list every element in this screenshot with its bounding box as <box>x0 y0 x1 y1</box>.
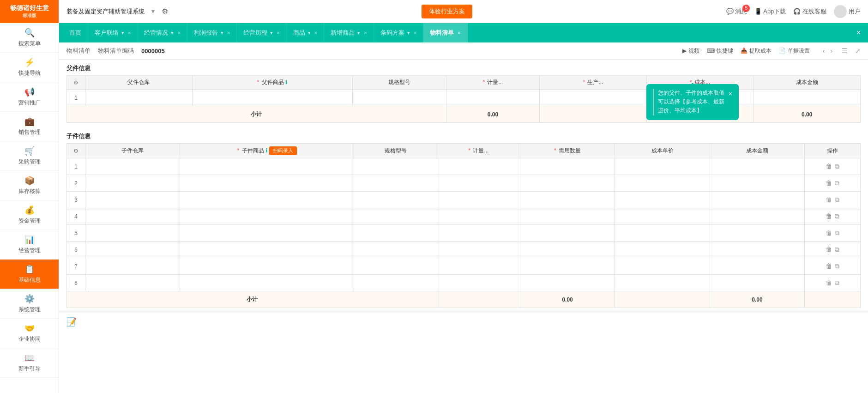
grid-view-icon[interactable]: ☰ <box>842 47 848 54</box>
copy-icon[interactable]: ⧉ <box>835 229 839 237</box>
tab-barcode-close[interactable]: × <box>414 30 416 36</box>
child-spec-cell[interactable] <box>354 225 437 242</box>
tab-operations[interactable]: 经营情况 ▾ × <box>138 23 187 42</box>
child-qty-cell[interactable] <box>437 158 520 175</box>
child-product-cell[interactable] <box>180 242 354 258</box>
child-cost-price-cell[interactable] <box>615 258 710 275</box>
child-spec-cell[interactable] <box>354 208 437 225</box>
copy-icon[interactable]: ⧉ <box>835 279 839 287</box>
child-product-cell[interactable] <box>180 275 354 291</box>
child-warehouse-cell[interactable] <box>85 175 180 192</box>
copy-icon[interactable]: ⧉ <box>835 212 839 220</box>
single-setting-button[interactable]: 📄 单据设置 <box>779 47 810 55</box>
tab-customer-close[interactable]: × <box>128 30 131 36</box>
child-needed-cell[interactable] <box>520 242 615 258</box>
parent-cost-amount-cell[interactable] <box>753 90 861 106</box>
sidebar-item-guide[interactable]: 📖 新手引导 <box>0 348 59 378</box>
sidebar-item-purchase[interactable]: 🛒 采购管理 <box>0 141 59 171</box>
delete-icon[interactable]: 🗑 <box>826 212 832 220</box>
child-qty-cell[interactable] <box>437 225 520 242</box>
gear-settings-icon[interactable]: ⚙ <box>73 79 78 86</box>
sidebar-item-enterprise[interactable]: 🤝 企业协同 <box>0 319 59 348</box>
child-cost-amount-cell[interactable] <box>710 208 804 225</box>
delete-icon[interactable]: 🗑 <box>826 163 832 170</box>
tab-goods[interactable]: 商品 ▾ × <box>287 23 324 42</box>
child-needed-cell[interactable] <box>520 258 615 275</box>
tab-profit-close[interactable]: × <box>227 30 230 36</box>
sidebar-item-sales[interactable]: 💼 销售管理 <box>0 112 59 141</box>
delete-icon[interactable]: 🗑 <box>826 262 832 270</box>
settings-icon[interactable]: ⚙ <box>162 7 168 16</box>
tab-goods-close[interactable]: × <box>314 30 317 36</box>
child-product-cell[interactable] <box>180 225 354 242</box>
parent-qty-cell[interactable] <box>446 90 540 106</box>
tab-profit[interactable]: 利润报告 ▾ × <box>187 23 237 42</box>
child-gear-icon[interactable]: ⚙ <box>73 148 78 154</box>
child-warehouse-cell[interactable] <box>85 258 180 275</box>
copy-icon[interactable]: ⧉ <box>835 163 839 170</box>
tab-new-goods-close[interactable]: × <box>364 30 367 36</box>
online-service-button[interactable]: 🎧 在线客服 <box>793 7 826 16</box>
copy-icon[interactable]: ⧉ <box>835 179 839 187</box>
child-cost-amount-cell[interactable] <box>710 175 804 192</box>
child-cost-amount-cell[interactable] <box>710 275 804 291</box>
child-product-cell[interactable] <box>180 258 354 275</box>
child-qty-cell[interactable] <box>437 175 520 192</box>
messages-button[interactable]: 💬 消息 5 <box>726 7 747 16</box>
child-cost-price-cell[interactable] <box>615 242 710 258</box>
tab-history-close[interactable]: × <box>277 30 279 36</box>
child-cost-amount-cell[interactable] <box>710 192 804 208</box>
child-warehouse-cell[interactable] <box>85 192 180 208</box>
tab-bom[interactable]: 物料清单 × <box>423 23 467 42</box>
child-spec-cell[interactable] <box>354 275 437 291</box>
child-warehouse-cell[interactable] <box>85 158 180 175</box>
child-cost-amount-cell[interactable] <box>710 258 804 275</box>
parent-production-cell[interactable] <box>540 90 647 106</box>
delete-icon[interactable]: 🗑 <box>826 179 832 187</box>
sidebar-item-finance[interactable]: 💰 资金管理 <box>0 200 59 230</box>
child-spec-cell[interactable] <box>354 242 437 258</box>
child-cost-price-cell[interactable] <box>615 275 710 291</box>
tab-bom-close[interactable]: × <box>458 30 460 36</box>
tab-history[interactable]: 经营历程 ▾ × <box>237 23 286 42</box>
child-product-cell[interactable] <box>180 208 354 225</box>
tooltip-close-button[interactable]: × <box>729 89 732 99</box>
expand-icon[interactable]: ⤢ <box>855 47 861 54</box>
child-cost-price-cell[interactable] <box>615 175 710 192</box>
child-warehouse-cell[interactable] <box>85 275 180 291</box>
child-cost-price-cell[interactable] <box>615 208 710 225</box>
copy-icon[interactable]: ⧉ <box>835 246 839 254</box>
child-needed-cell[interactable] <box>520 192 615 208</box>
sidebar-item-operations[interactable]: 📊 经营管理 <box>0 230 59 260</box>
extract-cost-button[interactable]: 📥 提取成本 <box>741 47 772 55</box>
child-spec-cell[interactable] <box>354 258 437 275</box>
child-qty-cell[interactable] <box>437 208 520 225</box>
child-cost-price-cell[interactable] <box>615 225 710 242</box>
sidebar-item-system[interactable]: ⚙️ 系统管理 <box>0 289 59 319</box>
sidebar-item-search[interactable]: 🔍 搜索菜单 <box>0 23 59 53</box>
child-warehouse-cell[interactable] <box>85 208 180 225</box>
sidebar-item-marketing[interactable]: 📢 营销推广 <box>0 82 59 112</box>
child-cost-price-cell[interactable] <box>615 192 710 208</box>
parent-product-cell[interactable] <box>192 90 352 106</box>
child-cost-amount-cell[interactable] <box>710 225 804 242</box>
nav-close-all[interactable]: × <box>853 29 864 37</box>
next-arrow[interactable]: › <box>828 46 834 55</box>
child-needed-cell[interactable] <box>520 208 615 225</box>
child-product-cell[interactable] <box>180 192 354 208</box>
child-spec-cell[interactable] <box>354 158 437 175</box>
child-qty-cell[interactable] <box>437 258 520 275</box>
parent-spec-cell[interactable] <box>352 90 446 106</box>
user-avatar[interactable]: 用户 <box>834 5 861 18</box>
child-qty-cell[interactable] <box>437 192 520 208</box>
child-needed-cell[interactable] <box>520 175 615 192</box>
copy-icon[interactable]: ⧉ <box>835 262 839 270</box>
child-cost-price-cell[interactable] <box>615 158 710 175</box>
delete-icon[interactable]: 🗑 <box>826 229 832 237</box>
child-warehouse-cell[interactable] <box>85 225 180 242</box>
child-cost-amount-cell[interactable] <box>710 242 804 258</box>
child-product-cell[interactable] <box>180 158 354 175</box>
prev-arrow[interactable]: ‹ <box>821 46 827 55</box>
copy-icon[interactable]: ⧉ <box>835 196 839 204</box>
child-spec-cell[interactable] <box>354 175 437 192</box>
